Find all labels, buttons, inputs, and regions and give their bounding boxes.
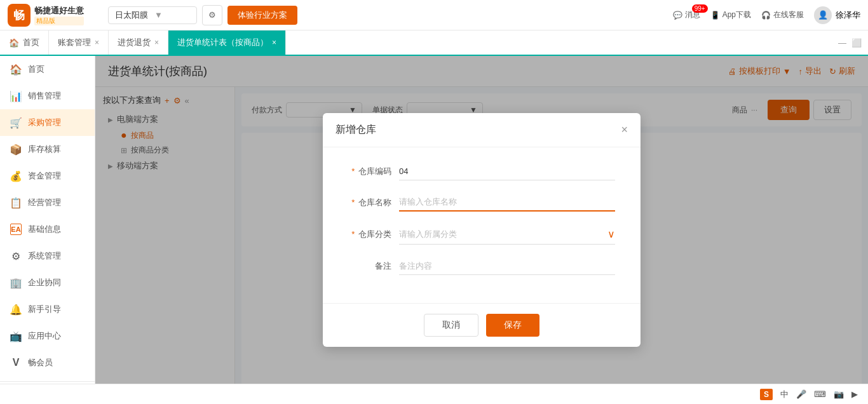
gear-icon: ⚙ [208,10,216,20]
sidebar-item-operations[interactable]: 📋 经营管理 [0,189,95,216]
modal-close-button[interactable]: × [621,123,628,137]
user-area[interactable]: 👤 徐泽华 [814,6,860,24]
online-service-button[interactable]: 🎧 在线客服 [761,10,804,20]
statusbar-keyboard-icon[interactable]: ⌨ [814,389,826,399]
note-input[interactable] [399,257,615,275]
sales-icon: 📊 [10,90,22,102]
modal-overlay: 新增仓库 × * 仓库编码 * [95,56,868,404]
enterprise-icon: 🏢 [10,277,22,288]
statusbar-play-icon[interactable]: ▶ [851,389,858,399]
header-right: 💬 消息 99+ 📱 App下载 🎧 在线客服 👤 徐泽华 [673,6,860,24]
code-label: 仓库编码 [358,166,391,176]
tab-accounts-close[interactable]: × [95,38,99,47]
sidebar-item-purchase[interactable]: 🛒 采购管理 [0,109,95,136]
statusbar-zh[interactable]: 中 [780,389,789,400]
logo-icon: 畅 [8,4,31,27]
name-input[interactable] [399,193,615,212]
modal-title: 新增仓库 [336,123,376,137]
category-placeholder: 请输入所属分类 [399,229,607,240]
new-warehouse-modal: 新增仓库 × * 仓库编码 * [323,113,641,347]
sidebar-item-sales-label: 销售管理 [28,90,61,102]
tab-purchase-stats-label: 进货单统计表（按商品） [177,37,268,48]
name-label-container: * 仓库名称 [348,197,399,208]
headset-icon: 🎧 [761,11,771,20]
home-icon: 🏠 [10,64,22,75]
home-icon: 🏠 [9,38,19,48]
tab-purchase-stats[interactable]: 进货单统计表（按商品） × [168,30,286,55]
tab-home-label: 首页 [23,37,39,48]
tab-controls: — ⬜ [832,30,868,55]
store-selector[interactable]: 日太阳膜 ▼ [108,6,197,24]
category-field-row: * 仓库分类 请输入所属分类 ∨ [348,224,615,245]
modal-footer: 取消 保存 [323,303,641,347]
avatar-icon: 👤 [818,10,828,20]
logo-title: 畅捷通好生意 [34,5,84,17]
finance-icon: 💰 [10,170,22,182]
modal-body: * 仓库编码 * 仓库名称 [323,147,641,303]
code-label-container: * 仓库编码 [348,166,399,177]
sidebar-item-sales[interactable]: 📊 销售管理 [0,83,95,109]
tab-purchase-return[interactable]: 进货退货 × [109,30,168,55]
sidebar-item-guide[interactable]: 🔔 新手引导 [0,296,95,323]
user-avatar: 👤 [814,6,832,24]
note-label-container: 备注 [348,260,399,272]
sidebar-item-system-label: 系统管理 [28,250,61,262]
note-field-row: 备注 [348,257,615,275]
statusbar-mic-icon[interactable]: 🎤 [796,389,806,399]
code-input[interactable] [399,163,615,180]
tab-accounts[interactable]: 账套管理 × [49,30,109,55]
main-layout: 🏠 首页 📊 销售管理 🛒 采购管理 📦 库存核算 💰 资金管理 📋 经营管理 … [0,56,868,404]
settings-button[interactable]: ⚙ [202,5,222,25]
membership-icon: V [10,357,22,368]
sidebar-item-membership-label: 畅会员 [28,357,53,368]
tab-purchase-stats-close[interactable]: × [272,38,276,47]
top-header: 畅 畅捷通好生意 精品版 日太阳膜 ▼ ⚙ 体验行业方案 💬 消息 99+ 📱 … [0,0,868,30]
category-label: 仓库分类 [358,229,391,239]
tab-accounts-label: 账套管理 [58,37,91,48]
sidebar-item-system[interactable]: ⚙ 系统管理 [0,243,95,269]
messages-button[interactable]: 💬 消息 99+ [673,10,700,20]
basic-info-icon: EA [10,224,22,235]
operations-icon: 📋 [10,197,22,208]
sidebar-item-home-label: 首页 [28,64,44,75]
sidebar-item-enterprise[interactable]: 🏢 企业协同 [0,269,95,296]
note-label: 备注 [375,261,391,271]
tab-minimize-button[interactable]: — [837,37,848,49]
s-logo-icon: S [760,389,773,400]
online-service-label: 在线客服 [773,10,804,20]
sidebar-item-operations-label: 经营管理 [28,197,61,208]
inventory-icon: 📦 [10,144,22,155]
statusbar-camera-icon[interactable]: 📷 [834,389,844,399]
sidebar-item-home[interactable]: 🏠 首页 [0,56,95,83]
sidebar-item-finance-label: 资金管理 [28,170,61,182]
logo-subtitle: 精品版 [34,17,84,25]
category-dropdown-icon: ∨ [607,228,615,240]
guide-icon: 🔔 [10,304,22,315]
name-label: 仓库名称 [358,198,391,207]
category-label-container: * 仓库分类 [348,229,399,240]
message-icon: 💬 [673,11,682,20]
sidebar-item-purchase-label: 采购管理 [28,117,61,128]
tab-purchase-return-close[interactable]: × [154,38,159,47]
category-required-star: * [351,229,355,239]
category-select[interactable]: 请输入所属分类 ∨ [399,224,615,245]
name-field-row: * 仓库名称 [348,193,615,212]
sidebar-item-membership[interactable]: V 畅会员 [0,349,95,376]
logo-area: 畅 畅捷通好生意 精品版 [8,4,103,27]
sidebar-item-app-center[interactable]: 📺 应用中心 [0,323,95,349]
app-download-button[interactable]: 📱 App下载 [710,10,751,20]
purchase-icon: 🛒 [10,117,22,128]
sidebar-item-basic-info[interactable]: EA 基础信息 [0,216,95,243]
save-button[interactable]: 保存 [486,314,539,337]
sidebar-item-finance[interactable]: 💰 资金管理 [0,163,95,189]
sidebar: 🏠 首页 📊 销售管理 🛒 采购管理 📦 库存核算 💰 资金管理 📋 经营管理 … [0,56,95,404]
sidebar-item-inventory[interactable]: 📦 库存核算 [0,136,95,163]
tab-purchase-return-label: 进货退货 [118,37,151,48]
cancel-button[interactable]: 取消 [424,314,478,337]
app-download-label: App下载 [722,10,751,20]
app-center-icon: 📺 [10,330,22,342]
tab-expand-button[interactable]: ⬜ [850,37,863,49]
trial-button[interactable]: 体验行业方案 [227,6,297,25]
tab-home[interactable]: 🏠 首页 [0,30,49,55]
sidebar-item-app-center-label: 应用中心 [28,330,61,342]
